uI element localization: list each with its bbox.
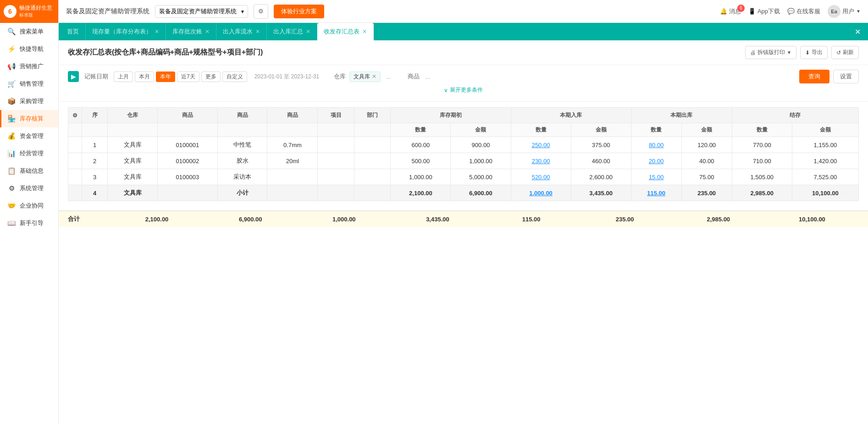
tab-close-icon[interactable]: ✕ — [306, 28, 310, 35]
row-in-qty-link[interactable]: 230.00 — [511, 153, 571, 169]
date-btn-7days[interactable]: 近7天 — [177, 71, 199, 82]
tab-label: 收发存汇总表 — [324, 27, 359, 36]
col-project: 项目 — [318, 108, 354, 123]
row-in-qty-link[interactable]: 520.00 — [511, 169, 571, 185]
user-icon: Ea — [828, 5, 840, 18]
tab-bar-close-button[interactable]: ✕ — [849, 27, 866, 36]
notifications-button[interactable]: 🔔 6 消息 — [720, 7, 741, 16]
row-in-amt: 460.00 — [571, 153, 631, 169]
export-button[interactable]: ⬇ 导出 — [800, 46, 828, 59]
purchase-icon: 📦 — [7, 97, 16, 105]
sidebar-item-label: 经营管理 — [20, 149, 44, 158]
table-subtotal-row: 4 文具库 小计 2,100.00 6,900.00 1,000.00 3,43… — [68, 185, 859, 201]
page-body: 收发存汇总表(按仓库+商品编码+商品+规格型号+项目+部门) 🖨 拆镇版打印 ▼… — [59, 40, 868, 423]
date-btn-more[interactable]: 更多 — [201, 71, 221, 82]
row-department — [354, 153, 390, 169]
set-button[interactable]: 设置 — [833, 70, 859, 83]
search-icon: 🔍 — [7, 27, 16, 36]
app-download-label: App下载 — [757, 7, 780, 16]
date-btn-this-month[interactable]: 本月 — [135, 71, 154, 82]
row-out-qty-link[interactable]: 80.00 — [631, 137, 681, 153]
sidebar-header: 6 畅捷通好生意 标准版 — [0, 0, 58, 23]
sidebar-item-label: 资金管理 — [20, 132, 44, 140]
date-btn-this-year[interactable]: 本年 — [156, 71, 175, 82]
row-opening-amt: 5,000.00 — [451, 169, 511, 185]
tab-batch[interactable]: 库存批次账 ✕ — [166, 23, 216, 40]
total-closing-amt: 10,100.00 — [765, 216, 859, 223]
basic-info-icon: 📋 — [7, 167, 16, 175]
sub-col-closing-amt: 金额 — [792, 123, 858, 137]
row-code: 0100001 — [157, 137, 217, 153]
trial-button[interactable]: 体验行业方案 — [274, 5, 324, 18]
tab-inout-summary[interactable]: 出入库汇总 ✕ — [267, 23, 317, 40]
filter-toggle-button[interactable]: ▶ — [68, 71, 79, 82]
sidebar-item-quick-nav[interactable]: ⚡ 快捷导航 — [0, 40, 58, 58]
warehouse-more-button[interactable]: ... — [384, 73, 393, 80]
date-btn-custom[interactable]: 自定义 — [222, 71, 247, 82]
row-opening-qty: 600.00 — [391, 137, 451, 153]
sidebar-item-operations[interactable]: 📊 经营管理 — [0, 145, 58, 162]
sidebar-item-marketing[interactable]: 📢 营销推广 — [0, 58, 58, 75]
tab-home[interactable]: 首页 — [61, 23, 86, 40]
settings-button[interactable]: ⚙ — [254, 4, 268, 19]
system-selector[interactable]: 装备及固定资产辅助管理系统 ▼ — [155, 5, 248, 18]
online-service-button[interactable]: 💬 在线客服 — [787, 7, 820, 16]
subtotal-in-qty-link[interactable]: 1,000.00 — [511, 185, 571, 201]
table-settings-icon[interactable]: ⚙ — [68, 108, 82, 123]
col-spec: 商品 — [267, 108, 318, 123]
sidebar-item-enterprise[interactable]: 🤝 企业协同 — [0, 197, 58, 214]
sub-col-in-amt: 金额 — [571, 123, 631, 137]
row-out-qty-link[interactable]: 15.00 — [631, 169, 681, 185]
expand-conditions-button[interactable]: ∨ 展开更多条件 — [444, 86, 483, 94]
subtotal-out-qty-link[interactable]: 115.00 — [631, 185, 681, 201]
row-in-amt: 2,600.00 — [571, 169, 631, 185]
sidebar-item-search[interactable]: 🔍 搜索菜单 — [0, 23, 58, 40]
row-project — [318, 137, 354, 153]
sub-col-in-qty: 数量 — [511, 123, 571, 137]
row-out-amt: 75.00 — [681, 169, 732, 185]
row-project — [318, 169, 354, 185]
chevron-down-icon: ▼ — [787, 50, 791, 55]
col-in: 本期入库 — [511, 108, 631, 123]
refresh-button[interactable]: ↺ 刷新 — [831, 46, 859, 59]
goods-more-button[interactable]: ... — [423, 73, 432, 80]
enterprise-icon: 🤝 — [7, 202, 16, 210]
tab-close-icon[interactable]: ✕ — [362, 28, 367, 35]
sidebar-item-sales[interactable]: 🛒 销售管理 — [0, 75, 58, 93]
sidebar-item-finance[interactable]: 💰 资金管理 — [0, 127, 58, 145]
app-download-button[interactable]: 📱 App下载 — [748, 7, 780, 16]
main-content: 装备及固定资产辅助管理系统 装备及固定资产辅助管理系统 ▼ ⚙ 体验行业方案 🔔… — [59, 0, 868, 423]
sidebar-item-guide[interactable]: 📖 新手引导 — [0, 214, 58, 232]
user-menu[interactable]: Ea 用户 ▼ — [828, 5, 861, 18]
data-table: ⚙ 序 仓库 商品 商品 商品 项目 部门 库存期初 本期入库 本期出库 结存 — [68, 107, 859, 201]
col-closing: 结存 — [732, 108, 858, 123]
page-title: 收发存汇总表(按仓库+商品编码+商品+规格型号+项目+部门) — [68, 48, 263, 63]
row-opening-qty: 500.00 — [391, 153, 451, 169]
sidebar-item-purchase[interactable]: 📦 采购管理 — [0, 93, 58, 110]
tab-close-icon[interactable]: ✕ — [205, 28, 210, 35]
print-button[interactable]: 🖨 拆镇版打印 ▼ — [745, 46, 796, 59]
row-in-qty-link[interactable]: 250.00 — [511, 137, 571, 153]
sidebar-item-basic-info[interactable]: 📋 基础信息 — [0, 162, 58, 180]
sidebar-item-system[interactable]: ⚙ 系统管理 — [0, 180, 58, 197]
sidebar-item-inventory[interactable]: 🏪 库存核算 — [0, 110, 58, 127]
row-warehouse: 文具库 — [108, 169, 158, 185]
chevron-down-icon: ▼ — [240, 9, 245, 14]
tab-stock-dist[interactable]: 现存量（库存分布表） ✕ — [86, 23, 166, 40]
tab-close-icon[interactable]: ✕ — [255, 28, 260, 35]
query-button[interactable]: 查询 — [799, 70, 829, 83]
col-code: 商品 — [157, 108, 217, 123]
tab-inout-flow[interactable]: 出入库流水 ✕ — [216, 23, 267, 40]
tab-label: 库存批次账 — [172, 27, 202, 36]
total-opening-amt: 6,900.00 — [204, 216, 297, 223]
row-out-qty-link[interactable]: 20.00 — [631, 153, 681, 169]
date-btn-last-month[interactable]: 上月 — [114, 71, 133, 82]
subtotal-no: 4 — [82, 185, 108, 201]
warehouse-tag-close[interactable]: ✕ — [372, 73, 376, 80]
tab-close-icon[interactable]: ✕ — [155, 28, 159, 35]
sidebar-nav: 🔍 搜索菜单 ⚡ 快捷导航 📢 营销推广 🛒 销售管理 📦 采购管理 🏪 库存核… — [0, 23, 58, 423]
subtotal-opening-qty: 2,100.00 — [391, 185, 451, 201]
tab-collection-summary[interactable]: 收发存汇总表 ✕ — [317, 23, 374, 40]
total-out-amt: 235.00 — [578, 216, 672, 223]
col-warehouse: 仓库 — [108, 108, 158, 123]
